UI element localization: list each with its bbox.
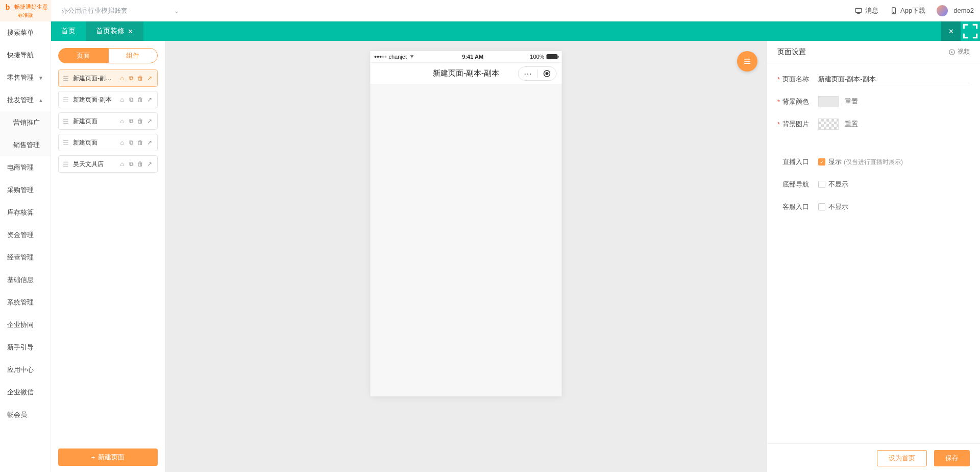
account-select[interactable]: 办公用品行业模拟账套 ⌄ bbox=[61, 6, 180, 15]
share-icon[interactable]: ↗ bbox=[146, 160, 153, 168]
caret-up-icon: ▲ bbox=[38, 98, 43, 103]
user-menu[interactable]: demo2 bbox=[937, 5, 974, 16]
video-help-button[interactable]: 视频 bbox=[948, 48, 970, 56]
save-button[interactable]: 保存 bbox=[934, 450, 970, 466]
home-icon[interactable]: ⌂ bbox=[118, 139, 126, 146]
set-home-button[interactable]: 设为首页 bbox=[877, 450, 927, 466]
signal-icon bbox=[375, 56, 387, 58]
page-row[interactable]: ☰ 新建页面 ⌂⧉🗑↗ bbox=[58, 134, 158, 151]
drag-icon[interactable]: ☰ bbox=[63, 96, 69, 104]
bgimg-label: 背景图片 bbox=[782, 120, 818, 129]
page-row[interactable]: ☰ 新建页面-副本-... ⌂ ⧉ 🗑 ↗ bbox=[58, 69, 158, 87]
drag-icon[interactable]: ☰ bbox=[63, 139, 69, 147]
copy-icon[interactable]: ⧉ bbox=[128, 139, 135, 146]
share-icon[interactable]: ↗ bbox=[146, 139, 153, 146]
phone-header: 新建页面-副本-副本 ⋯ bbox=[371, 62, 562, 84]
menu-icon bbox=[742, 56, 752, 66]
delete-icon[interactable]: 🗑 bbox=[137, 139, 144, 146]
phone-icon bbox=[890, 7, 898, 15]
sidebar-item-marketing[interactable]: 营销推广 bbox=[0, 111, 51, 134]
message-icon bbox=[854, 7, 863, 15]
service-checkbox[interactable] bbox=[818, 203, 825, 210]
page-row[interactable]: ☰ 昊天文具店 ⌂⧉🗑↗ bbox=[58, 155, 158, 173]
home-icon[interactable]: ⌂ bbox=[118, 117, 126, 125]
sidebar-item-appcenter[interactable]: 应用中心 bbox=[0, 359, 51, 381]
sidebar-item-operation[interactable]: 经营管理 bbox=[0, 246, 51, 269]
bgimg-swatch[interactable] bbox=[818, 119, 839, 130]
account-label: 办公用品行业模拟账套 bbox=[61, 6, 128, 15]
svg-rect-0 bbox=[855, 8, 862, 12]
drag-icon[interactable]: ☰ bbox=[63, 117, 69, 125]
sidebar-item-purchase[interactable]: 采购管理 bbox=[0, 179, 51, 201]
sidebar-item-wholesale[interactable]: 批发管理▲ bbox=[0, 89, 51, 111]
drag-icon[interactable]: ☰ bbox=[63, 160, 69, 168]
page-name-label: 页面名称 bbox=[782, 75, 818, 84]
miniapp-capsule: ⋯ bbox=[518, 66, 557, 81]
share-icon[interactable]: ↗ bbox=[146, 96, 153, 103]
tab-home[interactable]: 首页 bbox=[51, 21, 86, 41]
tab-page-decor[interactable]: 首页装修 ✕ bbox=[86, 21, 143, 41]
canvas[interactable]: chanjet 9:41 AM 100% 新建页面-副本-副本 bbox=[165, 41, 767, 472]
delete-icon[interactable]: 🗑 bbox=[137, 96, 144, 103]
bgcolor-reset-button[interactable]: 重置 bbox=[845, 97, 858, 106]
home-icon[interactable]: ⌂ bbox=[118, 75, 126, 82]
sidebar-item-retail[interactable]: 零售管理▼ bbox=[0, 66, 51, 89]
copy-icon[interactable]: ⧉ bbox=[128, 96, 135, 103]
sidebar-item-quicknav[interactable]: 快捷导航 bbox=[0, 44, 51, 66]
pagelist-tab-component[interactable]: 组件 bbox=[108, 48, 158, 63]
carrier-label: chanjet bbox=[389, 54, 407, 60]
sidebar-item-system[interactable]: 系统管理 bbox=[0, 291, 51, 314]
drag-icon[interactable]: ☰ bbox=[63, 75, 69, 82]
bgcolor-swatch[interactable] bbox=[818, 96, 839, 107]
sidebar-item-inventory[interactable]: 库存核算 bbox=[0, 201, 51, 224]
sidebar-item-guide[interactable]: 新手引导 bbox=[0, 336, 51, 359]
tab-close-icon[interactable]: ✕ bbox=[128, 28, 133, 35]
pagelist-tab-page[interactable]: 页面 bbox=[58, 48, 108, 63]
sidebar-item-search[interactable]: 搜索菜单 bbox=[0, 21, 51, 44]
bgcolor-label: 背景颜色 bbox=[782, 97, 818, 106]
sidebar-item-member[interactable]: 畅会员 bbox=[0, 404, 51, 426]
play-icon bbox=[948, 49, 955, 56]
messages-button[interactable]: 消息 bbox=[854, 6, 878, 15]
page-row[interactable]: ☰ 新建页面-副本 ⌂⧉🗑↗ bbox=[58, 91, 158, 108]
caret-down-icon: ▼ bbox=[38, 75, 43, 81]
sidebar-item-ecommerce[interactable]: 电商管理 bbox=[0, 156, 51, 179]
bgimg-reset-button[interactable]: 重置 bbox=[845, 120, 858, 129]
app-download-label: App下载 bbox=[900, 6, 925, 15]
delete-icon[interactable]: 🗑 bbox=[137, 75, 144, 82]
logo-text: 畅捷通好生意 bbox=[14, 3, 48, 11]
live-checkbox[interactable]: ✓ bbox=[818, 158, 825, 166]
battery-icon bbox=[547, 54, 558, 59]
sidebar-item-wechat[interactable]: 企业微信 bbox=[0, 381, 51, 404]
app-download-button[interactable]: App下载 bbox=[890, 6, 925, 15]
share-icon[interactable]: ↗ bbox=[146, 75, 153, 82]
copy-icon[interactable]: ⧉ bbox=[128, 160, 135, 168]
chevron-down-icon: ⌄ bbox=[174, 7, 180, 15]
topbar: b 畅捷通好生意 标准版 办公用品行业模拟账套 ⌄ 消息 App下载 demo2 bbox=[0, 0, 980, 21]
capsule-more-icon[interactable]: ⋯ bbox=[519, 69, 537, 79]
canvas-menu-button[interactable] bbox=[737, 51, 757, 72]
live-hint: (仅当进行直播时展示) bbox=[844, 158, 903, 167]
settings-title: 页面设置 bbox=[777, 48, 806, 57]
sidebar-item-funds[interactable]: 资金管理 bbox=[0, 224, 51, 246]
delete-icon[interactable]: 🗑 bbox=[137, 117, 144, 125]
home-icon[interactable]: ⌂ bbox=[118, 96, 126, 103]
page-row[interactable]: ☰ 新建页面 ⌂⧉🗑↗ bbox=[58, 112, 158, 130]
sidebar-item-collab[interactable]: 企业协同 bbox=[0, 314, 51, 336]
copy-icon[interactable]: ⧉ bbox=[128, 75, 135, 82]
sidebar-item-sales[interactable]: 销售管理 bbox=[0, 134, 51, 156]
bottomnav-checkbox[interactable] bbox=[818, 181, 825, 188]
home-icon[interactable]: ⌂ bbox=[118, 160, 126, 168]
tabs-close-all-icon[interactable]: ✕ bbox=[941, 21, 961, 41]
bottomnav-label: 底部导航 bbox=[782, 180, 818, 189]
delete-icon[interactable]: 🗑 bbox=[137, 160, 144, 168]
new-page-button[interactable]: + 新建页面 bbox=[58, 449, 158, 466]
capsule-close-icon[interactable] bbox=[537, 69, 556, 78]
copy-icon[interactable]: ⧉ bbox=[128, 117, 135, 125]
fullscreen-icon[interactable] bbox=[961, 21, 980, 41]
logo[interactable]: b 畅捷通好生意 标准版 bbox=[0, 0, 51, 21]
page-name-input[interactable] bbox=[818, 73, 970, 85]
share-icon[interactable]: ↗ bbox=[146, 117, 153, 125]
settings-panel: 页面设置 视频 * 页面名称 * bbox=[767, 41, 980, 472]
sidebar-item-basicinfo[interactable]: 基础信息 bbox=[0, 269, 51, 291]
